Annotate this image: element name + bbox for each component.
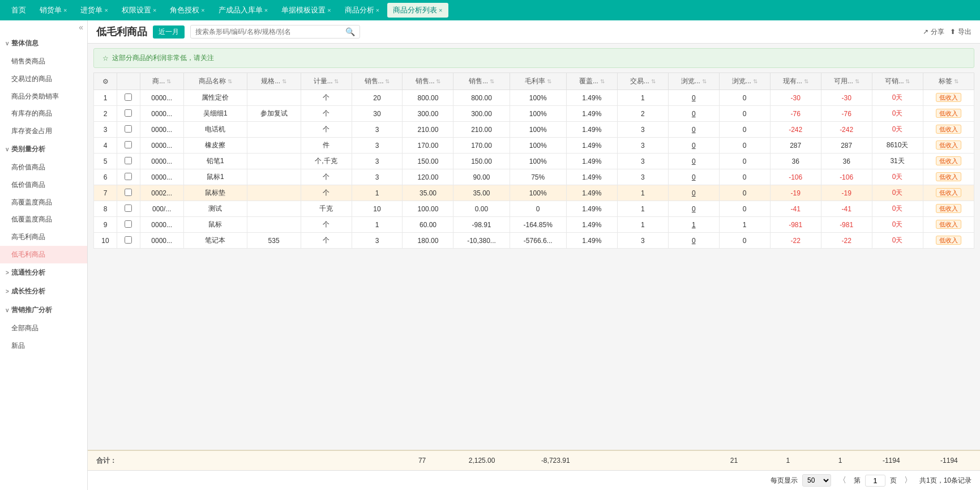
sort-icon-trade[interactable]: ⇅ — [649, 78, 656, 84]
notice-bar: ☆ 这部分商品的利润非常低，请关注 — [93, 48, 974, 68]
sort-icon-name[interactable]: ⇅ — [226, 78, 232, 84]
col-header-stock[interactable]: 现有... ⇅ — [770, 73, 821, 90]
nav-item-6[interactable]: 单据模板设置× — [276, 3, 336, 18]
table-wrapper[interactable]: ⚙商... ⇅商品名称 ⇅规格... ⇅计量... ⇅销售... ⇅销售... … — [88, 68, 980, 450]
sidebar-section-3[interactable]: >成长性分析 — [0, 282, 87, 301]
views1-link[interactable]: 0 — [692, 110, 696, 118]
sidebar-item-1-2[interactable]: 高覆盖度商品 — [0, 194, 87, 211]
sort-icon-spec[interactable]: ⇅ — [280, 78, 286, 84]
col-header-unit[interactable]: 计量... ⇅ — [301, 73, 352, 90]
sort-icon-views2[interactable]: ⇅ — [751, 78, 758, 84]
sort-icon-views1[interactable]: ⇅ — [700, 78, 707, 84]
row-checkbox[interactable] — [117, 217, 140, 233]
date-filter-button[interactable]: 近一月 — [153, 25, 185, 39]
row-checkbox[interactable] — [117, 138, 140, 154]
nav-item-1[interactable]: 销货单× — [34, 3, 72, 18]
search-input[interactable] — [195, 28, 343, 36]
col-header-name[interactable]: 商品名称 ⇅ — [183, 73, 247, 90]
page-input[interactable] — [865, 475, 885, 487]
share-button[interactable]: ↗ 分享 — [923, 27, 944, 37]
views1-link[interactable]: 0 — [692, 157, 696, 165]
views1-link[interactable]: 0 — [692, 126, 696, 134]
per-page-select[interactable]: 50 100 200 — [802, 474, 831, 487]
col-header-sales_qty[interactable]: 销售... ⇅ — [352, 73, 403, 90]
sidebar-section-0[interactable]: v整体信息 — [0, 34, 87, 53]
sidebar-item-1-4[interactable]: 高毛利商品 — [0, 228, 87, 246]
row-checkbox[interactable] — [117, 122, 140, 138]
nav-item-8[interactable]: 商品分析列表× — [387, 3, 448, 18]
sidebar-item-1-5[interactable]: 低毛利商品 — [0, 246, 87, 263]
col-header-trade[interactable]: 交易... ⇅ — [617, 73, 668, 90]
sort-icon-sales_profit[interactable]: ⇅ — [488, 78, 494, 84]
row-checkbox[interactable] — [117, 201, 140, 217]
sidebar-item-0-2[interactable]: 商品分类助销率 — [0, 88, 87, 105]
views1-link[interactable]: 0 — [692, 94, 696, 102]
views1-link[interactable]: 0 — [692, 237, 696, 245]
nav-item-0[interactable]: 首页 — [6, 3, 32, 18]
search-icon[interactable]: 🔍 — [345, 27, 355, 36]
nav-item-7[interactable]: 商品分析× — [339, 3, 385, 18]
col-header-tag[interactable]: 标签 ⇅ — [923, 73, 974, 90]
sort-icon-saleable[interactable]: ⇅ — [904, 78, 910, 84]
row-checkbox[interactable] — [117, 169, 140, 185]
nav-item-4[interactable]: 角色授权× — [164, 3, 210, 18]
sidebar-item-4-1[interactable]: 新品 — [0, 337, 87, 355]
col-header-margin[interactable]: 毛利率 ⇅ — [510, 73, 566, 90]
sidebar-item-0-4[interactable]: 库存资金占用 — [0, 122, 87, 140]
col-header-spec[interactable]: 规格... ⇅ — [247, 73, 301, 90]
row-checkbox[interactable] — [117, 154, 140, 169]
nav-close-7[interactable]: × — [376, 7, 379, 14]
sidebar-item-1-3[interactable]: 低覆盖度商品 — [0, 211, 87, 228]
sort-icon-margin[interactable]: ⇅ — [545, 78, 551, 84]
sort-icon-available[interactable]: ⇅ — [853, 78, 859, 84]
nav-item-2[interactable]: 进货单× — [75, 3, 113, 18]
sort-icon-code[interactable]: ⇅ — [165, 78, 171, 84]
views1-link[interactable]: 0 — [692, 189, 696, 197]
col-header-code[interactable]: 商... ⇅ — [140, 73, 183, 90]
views1-link[interactable]: 1 — [692, 221, 696, 229]
sort-icon-unit[interactable]: ⇅ — [333, 78, 339, 84]
sort-icon-tag[interactable]: ⇅ — [952, 78, 958, 84]
sidebar-collapse-btn[interactable]: « — [77, 23, 85, 32]
next-page-btn[interactable]: 〉 — [901, 474, 915, 487]
nav-close-8[interactable]: × — [439, 7, 442, 14]
views1-link[interactable]: 0 — [692, 205, 696, 213]
sidebar-item-0-0[interactable]: 销售类商品 — [0, 53, 87, 70]
sidebar-item-4-0[interactable]: 全部商品 — [0, 319, 87, 337]
prev-page-btn[interactable]: 〈 — [836, 474, 849, 487]
row-checkbox[interactable] — [117, 90, 140, 106]
sort-icon-stock[interactable]: ⇅ — [802, 78, 808, 84]
views1-link[interactable]: 0 — [692, 142, 696, 150]
col-header-available[interactable]: 可用... ⇅ — [821, 73, 872, 90]
nav-close-5[interactable]: × — [264, 7, 268, 14]
nav-item-3[interactable]: 权限设置× — [116, 3, 162, 18]
col-header-sales_profit[interactable]: 销售... ⇅ — [453, 73, 510, 90]
sidebar-section-2[interactable]: >流通性分析 — [0, 263, 87, 282]
nav-close-3[interactable]: × — [153, 7, 156, 14]
sort-icon-sales_amount[interactable]: ⇅ — [435, 78, 441, 84]
sort-icon-sales_qty[interactable]: ⇅ — [384, 78, 390, 84]
nav-close-6[interactable]: × — [327, 7, 331, 14]
col-header-settings[interactable]: ⚙ — [94, 73, 117, 90]
sidebar-item-1-0[interactable]: 高价值商品 — [0, 159, 87, 176]
col-header-sales_amount[interactable]: 销售... ⇅ — [403, 73, 453, 90]
col-header-views1[interactable]: 浏览... ⇅ — [668, 73, 719, 90]
sidebar-section-4[interactable]: v营销推广分析 — [0, 301, 87, 319]
col-header-coverage[interactable]: 覆盖... ⇅ — [566, 73, 617, 90]
row-checkbox[interactable] — [117, 185, 140, 201]
sidebar-item-1-1[interactable]: 低价值商品 — [0, 176, 87, 194]
sidebar-section-1[interactable]: v类别量分析 — [0, 140, 87, 159]
nav-item-5[interactable]: 产成品入库单× — [213, 3, 273, 18]
sidebar-item-0-1[interactable]: 交易过的商品 — [0, 70, 87, 88]
sort-icon-coverage[interactable]: ⇅ — [598, 78, 605, 84]
nav-close-4[interactable]: × — [201, 7, 204, 14]
views1-link[interactable]: 0 — [692, 173, 696, 181]
row-checkbox[interactable] — [117, 106, 140, 122]
export-button[interactable]: ⬆ 导出 — [950, 27, 972, 37]
col-header-views2[interactable]: 浏览... ⇅ — [719, 73, 770, 90]
row-checkbox[interactable] — [117, 233, 140, 249]
nav-close-2[interactable]: × — [104, 7, 108, 14]
nav-close-1[interactable]: × — [63, 7, 67, 14]
sidebar-item-0-3[interactable]: 有库存的商品 — [0, 105, 87, 122]
col-header-saleable[interactable]: 可销... ⇅ — [872, 73, 923, 90]
